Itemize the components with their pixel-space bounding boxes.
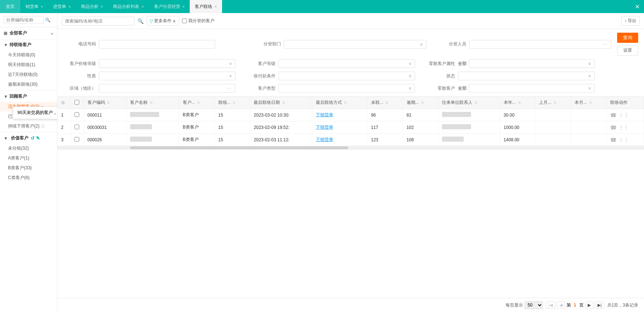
sidebar-item-class-c[interactable]: C类客户(6) [0,173,57,183]
funnel-icon: ▽ [150,19,153,24]
sidebar-item-7days-pending[interactable]: 近7天待联络(0) [0,70,57,80]
th-checkbox [71,97,84,109]
td-contact-2: 15 [214,121,250,134]
person-ellipsis-icon[interactable]: ··· [601,42,608,47]
more-conditions-button[interactable]: ▽ 更多条件 ∧ [146,16,179,26]
name-blur-3 [130,137,152,142]
last-method-link-3[interactable]: 下销货单 [316,137,333,142]
edit-icon[interactable]: ✎ [36,135,40,141]
close-product-analysis-icon[interactable]: × [101,5,103,9]
settings-button[interactable]: 设置 [617,45,638,56]
customer-type-select[interactable]: ∨ [278,84,415,93]
more-actions-icon-1[interactable]: ⋮⋮ [619,112,629,118]
dept-select[interactable]: ∨ [284,40,426,49]
contact-icon-2[interactable]: ☎ [610,125,616,130]
advanced-filter-panel: 电话号码 分管部门 ∨ 分管人员 ··· [57,29,644,97]
tab-customer-layering[interactable]: 客户分层经营 × [149,0,190,13]
close-purchase-order-icon[interactable]: × [68,5,71,9]
sidebar-item-declining[interactable]: 持续下滑客户(2) ⓘ [0,121,57,131]
sidebar-item-today-pending[interactable]: 今天待联络(0) [0,50,57,60]
contact-icon-1[interactable]: ☎ [610,112,616,118]
tab-purchase-order[interactable]: 进货单 × [48,0,76,13]
td-checkbox-3 [71,134,84,146]
tab-customer-contact[interactable]: 客户联络 × [190,0,222,13]
level-label: 客户等级 [243,61,275,67]
retail-attr-select[interactable]: ∨ [469,59,595,68]
payment-select[interactable]: ∨ [278,72,415,80]
prev-page-button[interactable]: ◀ [557,301,565,309]
sidebar-search-input[interactable] [4,16,44,24]
contact-icon-3[interactable]: ☎ [610,137,616,143]
tab-product-analysis-list[interactable]: 商品分析列表 × [108,0,149,13]
sort-uncontacted-icon[interactable]: ⇅ [385,101,388,105]
horizontal-scrollbar[interactable] [57,146,644,150]
close-product-analysis-list-icon[interactable]: × [141,5,144,9]
first-page-button[interactable]: |◀ [546,301,555,309]
area-select[interactable]: ··· [99,84,236,93]
sidebar-item-class-a[interactable]: A类客户(1) [0,153,57,163]
search-button[interactable]: 🔍 [137,18,144,24]
export-button[interactable]: ↑ 导出 [621,16,640,26]
person-select[interactable]: ··· [469,40,611,49]
close-sales-order-icon[interactable]: × [41,5,43,9]
close-customer-contact-icon[interactable]: × [214,5,217,9]
sidebar-section-review[interactable]: ▼ 回顾客户 90天未交易的客户，可能有流失风险。 [0,91,57,102]
scrollbar-thumb[interactable] [130,146,348,149]
td-last-method-1: 下销货单 [312,109,367,121]
sidebar-item-tomorrow-pending[interactable]: 明天待联络(1) [0,60,57,70]
sort-this-year-icon[interactable]: ⇅ [518,101,521,105]
sort-last-method-icon[interactable]: ⇅ [344,101,347,105]
area-ellipsis-icon[interactable]: ··· [226,86,232,91]
filter-field-payment: 收付款条件 ∨ [243,72,415,80]
more-actions-icon-2[interactable]: ⋮⋮ [619,125,629,130]
sort-overdue-icon[interactable]: ⇅ [421,101,424,105]
grid-icon: ⊞ [4,31,7,36]
sort-contacts-icon[interactable]: ⇅ [475,101,478,105]
row-checkbox-3[interactable] [75,137,79,142]
my-customers-checkbox-label[interactable]: 我分管的客户 [182,18,214,24]
sidebar-item-class-b[interactable]: B类客户(33) [0,163,57,173]
sort-last-date-icon[interactable]: ⇅ [282,101,285,105]
query-button[interactable]: 查询 [617,33,638,43]
sort-last-month-icon[interactable]: ⇅ [554,101,556,105]
gender-select[interactable]: ∨ [99,72,236,80]
last-method-link-1[interactable]: 下销货单 [316,112,333,117]
last-page-button[interactable]: ▶| [595,301,604,309]
sort-type-icon[interactable]: ⇅ [197,101,200,105]
sidebar-item-ungrouped[interactable]: 未分组(32) [0,143,57,153]
column-settings-icon[interactable]: ⚙ [61,100,65,105]
row-checkbox-1[interactable] [75,112,79,117]
my-customers-checkbox[interactable] [182,19,187,23]
sidebar-item-overdue-pending[interactable]: 逾期未联络(30) [0,80,57,89]
tab-product-analysis[interactable]: 商品分析 × [76,0,108,13]
gender-down-arrow-icon: ∨ [229,73,232,78]
last-method-link-2[interactable]: 下销货单 [316,125,333,130]
sidebar-search-icon[interactable]: 🔍 [45,17,51,23]
td-this-year-1: 30.00 [500,109,535,121]
search-input[interactable] [62,17,134,25]
tab-home[interactable]: 首页 [0,0,20,13]
sidebar-section-pending[interactable]: ▼ 待联络客户 [0,40,57,50]
next-page-button[interactable]: ▶ [585,301,593,309]
price-level-select[interactable]: ∨ [99,59,236,68]
per-page-select[interactable]: 50 100 200 [524,301,543,309]
tab-sales-order[interactable]: 销货单 × [20,0,48,13]
sidebar-section-value[interactable]: ▼ 价值客户 ↺ ✎ [0,133,57,143]
th-last-month: 上月... ⇅ [535,97,571,109]
status-select[interactable]: ∨ [458,72,595,80]
sidebar-all-customers[interactable]: ⊞ 全部客户 « [0,27,57,40]
more-actions-icon-3[interactable]: ⋮⋮ [619,137,629,143]
window-close-icon[interactable]: ✕ [635,3,644,10]
area-label: 区域（地区） [63,85,96,92]
phone-input[interactable] [99,40,215,49]
sort-code-icon[interactable]: ⇅ [107,101,110,105]
select-all-checkbox[interactable] [75,100,79,105]
retail-customer-select[interactable]: ∨ [469,84,595,93]
row-checkbox-2[interactable] [75,125,79,129]
sort-this-month-icon[interactable]: ⇅ [589,101,592,105]
level-select[interactable]: ∨ [278,59,415,68]
refresh-icon[interactable]: ↺ [31,135,35,141]
sort-name-icon[interactable]: ⇅ [150,101,153,105]
sort-contact-count-icon[interactable]: ⇅ [233,101,236,105]
close-customer-layering-icon[interactable]: × [182,5,185,9]
